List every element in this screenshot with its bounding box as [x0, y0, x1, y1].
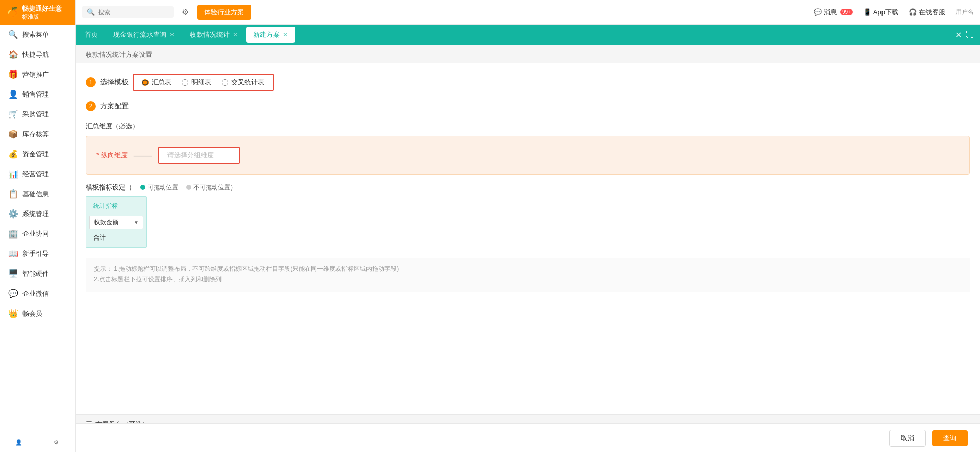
template-options: 汇总表 明细表 交叉统计表 [133, 74, 274, 91]
search-box[interactable]: 🔍 [82, 6, 174, 18]
sidebar-avatar[interactable]: 👤 [0, 437, 38, 448]
sidebar-item-wechat[interactable]: 💬 企业微信 [0, 283, 75, 303]
sidebar-item-member[interactable]: 👑 畅会员 [0, 303, 75, 323]
tip-line1: 提示： 1.拖动标题栏可以调整布局，不可跨维度或指标区域拖动栏目字段(只能在同一… [94, 265, 962, 273]
cancel-button[interactable]: 取消 [889, 430, 926, 447]
stat-amount-label: 收款金额 [94, 218, 118, 227]
message-badge: 99+ [840, 9, 853, 15]
stat-dropdown-icon[interactable]: ▼ [134, 220, 139, 225]
tab-bank-flow-close[interactable]: ✕ [169, 31, 175, 38]
tabbar-actions: ✕ ⛶ [955, 30, 978, 40]
sidebar: 🍊 畅捷通好生意 标准版 🔍 搜索菜单 🏠 快捷导航 🎁 营销推广 👤 销售管理… [0, 0, 76, 452]
app-logo: 🍊 畅捷通好生意 标准版 [0, 0, 75, 25]
sidebar-item-label: 新手引导 [22, 249, 49, 258]
step2-label: 方案配置 [100, 102, 129, 111]
sidebar-item-label: 基础信息 [22, 189, 49, 199]
sidebar-item-label: 智能硬件 [22, 269, 49, 278]
sidebar-item-label: 企业协同 [22, 229, 49, 239]
movable-text: 可拖动位置 [148, 183, 178, 192]
topbar: 🔍 ⚙ 体验行业方案 💬 消息 99+ 📱 App下载 🎧 在线客服 用户名 [76, 0, 980, 25]
purchase-icon: 🛒 [8, 109, 18, 119]
tabbar: 首页 现金银行流水查询 ✕ 收款情况统计 ✕ 新建方案 ✕ ✕ ⛶ [76, 25, 980, 45]
sidebar-item-finance[interactable]: 💰 资金管理 [0, 144, 75, 164]
close-all-icon[interactable]: ✕ [955, 30, 962, 40]
online-service-item[interactable]: 🎧 在线客服 [909, 8, 945, 17]
guide-icon: 📖 [8, 249, 18, 258]
sidebar-item-marketing[interactable]: 🎁 营销推广 [0, 64, 75, 84]
dimension-select[interactable]: 请选择分组维度 [158, 147, 240, 164]
radio-cross[interactable]: 交叉统计表 [222, 78, 264, 87]
radio-cross-input[interactable] [222, 79, 228, 86]
tip-line2: 2.点击标题栏下拉可设置排序、插入列和删除列 [94, 275, 962, 284]
tab-collection-stat-label: 收款情况统计 [190, 30, 230, 39]
sidebar-item-quick-nav[interactable]: 🏠 快捷导航 [0, 44, 75, 64]
app-download-label: App下载 [873, 8, 898, 17]
member-icon: 👑 [8, 308, 18, 318]
step2-title: 2 方案配置 [86, 101, 970, 111]
tab-bank-flow-label: 现金银行流水查询 [113, 30, 166, 39]
search-menu-icon: 🔍 [8, 30, 18, 39]
step1-label: 选择模板 [100, 78, 129, 87]
sidebar-item-sales[interactable]: 👤 销售管理 [0, 84, 75, 104]
tab-new-plan-close[interactable]: ✕ [283, 31, 288, 38]
stat-item-amount[interactable]: 收款金额 ▼ [89, 216, 143, 229]
indicators-header: 模板指标设定（ 可拖动位置 不可拖动位置） [86, 183, 970, 192]
expand-icon[interactable]: ⛶ [966, 30, 974, 39]
sidebar-item-label: 系统管理 [22, 209, 49, 219]
sidebar-item-label: 快捷导航 [22, 50, 49, 59]
sidebar-item-label: 搜索菜单 [22, 30, 49, 39]
sidebar-bottom: 👤 ⚙ [0, 433, 75, 452]
sidebar-item-purchase[interactable]: 🛒 采购管理 [0, 104, 75, 124]
radio-cross-label: 交叉统计表 [231, 78, 264, 87]
app-name: 畅捷通好生意 [22, 4, 62, 13]
download-icon: 📱 [863, 8, 871, 16]
radio-detail[interactable]: 明细表 [182, 78, 211, 87]
industry-btn[interactable]: 体验行业方案 [197, 5, 251, 20]
sidebar-item-search-menu[interactable]: 🔍 搜索菜单 [0, 25, 75, 44]
quick-nav-icon: 🏠 [8, 50, 18, 59]
sidebar-item-hardware[interactable]: 🖥️ 智能硬件 [0, 264, 75, 283]
content-area: 收款情况统计方案设置 1 选择模板 汇总表 明细表 [76, 45, 980, 423]
app-download-item[interactable]: 📱 App下载 [863, 8, 898, 17]
indicators-title-prefix: 模板指标设定（ [86, 183, 132, 192]
radio-summary[interactable]: 汇总表 [142, 78, 172, 87]
query-button[interactable]: 查询 [932, 430, 968, 446]
sidebar-item-label: 采购管理 [22, 110, 49, 119]
tab-collection-stat[interactable]: 收款情况统计 ✕ [183, 27, 245, 43]
dimension-area: * 纵向维度 —— 请选择分组维度 [86, 136, 970, 175]
sales-icon: 👤 [8, 89, 18, 99]
message-icon: 💬 [814, 8, 822, 16]
unmovable-text: 不可拖动位置） [193, 183, 236, 192]
movable-dot-active [140, 185, 145, 190]
sidebar-item-system[interactable]: ⚙️ 系统管理 [0, 204, 75, 224]
tab-bank-flow[interactable]: 现金银行流水查询 ✕ [106, 27, 182, 43]
save-option[interactable]: 方案保存（可选） [86, 420, 149, 423]
sidebar-item-basic-info[interactable]: 📋 基础信息 [0, 184, 75, 204]
radio-detail-input[interactable] [182, 79, 188, 86]
gear-icon[interactable]: ⚙ [182, 7, 189, 17]
radio-summary-label: 汇总表 [152, 78, 172, 87]
sidebar-settings[interactable]: ⚙ [38, 437, 76, 448]
radio-summary-input[interactable] [142, 79, 149, 86]
main-area: 🔍 ⚙ 体验行业方案 💬 消息 99+ 📱 App下载 🎧 在线客服 用户名 首… [76, 0, 980, 452]
sidebar-item-label: 销售管理 [22, 90, 49, 99]
search-input[interactable] [98, 9, 159, 16]
inventory-icon: 📦 [8, 129, 18, 139]
tips-section: 提示： 1.拖动标题栏可以调整布局，不可跨维度或指标区域拖动栏目字段(只能在同一… [86, 258, 970, 292]
indicators-section: 模板指标设定（ 可拖动位置 不可拖动位置） [86, 183, 970, 248]
sidebar-item-guide[interactable]: 📖 新手引导 [0, 244, 75, 264]
breadcrumb-text: 收款情况统计方案设置 [86, 51, 152, 58]
tab-home[interactable]: 首页 [78, 27, 105, 43]
bottom-bar: 取消 查询 [76, 423, 980, 452]
sidebar-item-inventory[interactable]: 📦 库存核算 [0, 124, 75, 144]
save-label: 方案保存（可选） [95, 420, 149, 423]
dimension-row: * 纵向维度 —— 请选择分组维度 [96, 147, 959, 164]
tab-collection-stat-close[interactable]: ✕ [233, 31, 238, 38]
step1-num: 1 [86, 77, 96, 87]
sidebar-item-operation[interactable]: 📊 经营管理 [0, 164, 75, 184]
sidebar-item-enterprise[interactable]: 🏢 企业协同 [0, 224, 75, 244]
message-label: 消息 [824, 8, 837, 17]
tab-new-plan[interactable]: 新建方案 ✕ [246, 27, 295, 43]
service-icon: 🎧 [909, 8, 917, 16]
message-item[interactable]: 💬 消息 99+ [814, 8, 853, 17]
